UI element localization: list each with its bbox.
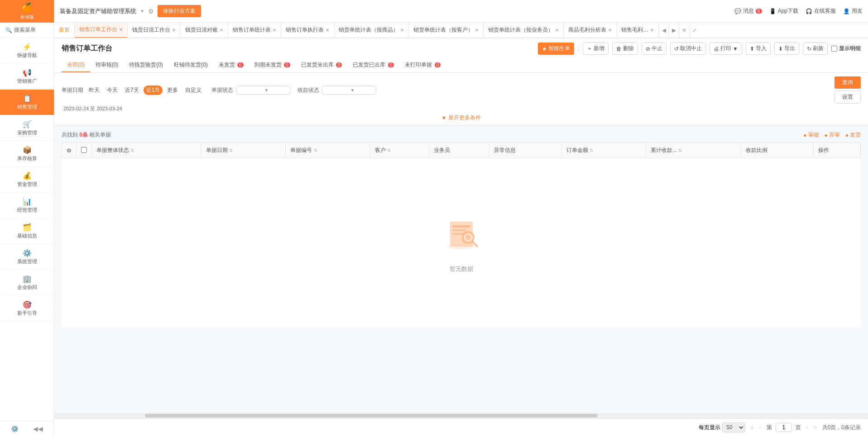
sort-icon[interactable]: ⇅ [678, 148, 682, 153]
date-opt-more[interactable]: 更多 [164, 85, 181, 95]
refresh-btn[interactable]: ↻ 刷新 [803, 43, 828, 55]
sidebar-item-operations[interactable]: 📊 经营管理 [0, 193, 54, 218]
tab-sales-stats[interactable]: 销售订单统计表 ✕ [228, 23, 281, 38]
online-service-item[interactable]: 🎧 在线客服 [806, 7, 836, 15]
show-detail-checkbox[interactable] [831, 46, 837, 52]
show-detail-label[interactable]: 显示明细 [831, 45, 861, 52]
tab-close-icon[interactable]: ✕ [220, 28, 223, 33]
sidebar-item-basic[interactable]: 🗂️ 基础信息 [0, 218, 54, 244]
stop-btn[interactable]: ⊘ 中止 [642, 43, 667, 55]
expand-more-btn[interactable]: ▼ 展开更多条件 [62, 114, 861, 122]
tab-home[interactable]: 首页 [54, 23, 75, 38]
tab-close-icon[interactable]: ✕ [119, 27, 123, 32]
next-page-btn[interactable]: › [805, 423, 810, 431]
ship-action-btn[interactable]: ● 发货 [845, 131, 861, 139]
sort-icon[interactable]: ⇅ [590, 148, 593, 153]
subtab-unprinted[interactable]: 未打印单据 0 [399, 58, 446, 72]
sort-icon[interactable]: ⇅ [314, 148, 317, 153]
sidebar-item-marketing[interactable]: 📢 营销推广 [0, 64, 54, 90]
date-opt-custom[interactable]: 自定义 [182, 85, 204, 95]
sort-icon[interactable]: ⇅ [229, 148, 233, 153]
subtab-wangpu-ship[interactable]: 旺铺待发货(0) [168, 58, 213, 72]
first-page-btn[interactable]: « [749, 423, 756, 431]
smart-btn[interactable]: ★ 智能生单 [538, 43, 574, 55]
tab-reconciliation[interactable]: 钱货日清对账 ✕ [181, 23, 228, 38]
tab-prev-btn[interactable]: ◀ [659, 23, 669, 38]
tab-profit-analysis[interactable]: 商品毛利分析表 ✕ [564, 23, 617, 38]
tab-goods-stats-product[interactable]: 销货单统计表（按商品） ✕ [334, 23, 409, 38]
scroll-thumb[interactable] [145, 414, 598, 417]
tab-goods-stats-staff[interactable]: 销货单统计表（按业务员） ✕ [484, 23, 564, 38]
tab-sales-profit[interactable]: 销售毛利… ✕ [617, 23, 659, 38]
experience-btn[interactable]: 体验行业方案 [158, 5, 201, 17]
sort-icon[interactable]: ⇅ [130, 148, 134, 153]
status-select[interactable]: ▼ [236, 86, 290, 95]
date-opt-7days[interactable]: 近7天 [122, 85, 142, 95]
tab-next-btn[interactable]: ▶ [669, 23, 679, 38]
print-btn[interactable]: 🖨 打印 ▼ [710, 43, 742, 55]
tab-close-icon[interactable]: ✕ [400, 28, 404, 33]
tab-close-icon[interactable]: ✕ [650, 28, 654, 33]
import-btn[interactable]: ⬆ 导入 [746, 43, 771, 55]
date-opt-today[interactable]: 今天 [104, 85, 120, 95]
message-item[interactable]: 💬 消息 6 [734, 7, 762, 15]
add-btn[interactable]: ＋ 新增 [583, 43, 609, 55]
query-btn[interactable]: 查询 [834, 76, 861, 89]
subtab-overdue-ship[interactable]: 到期未发货 0 [249, 58, 296, 72]
tab-close-icon[interactable]: ✕ [555, 28, 559, 33]
date-opt-yesterday[interactable]: 昨天 [86, 85, 102, 95]
select-all-checkbox[interactable] [81, 147, 87, 153]
export-btn[interactable]: ⬇ 导出 [774, 43, 799, 55]
cancel-stop-btn[interactable]: ↺ 取消中止 [670, 43, 706, 55]
content-header: 销售订单工作台 ★ 智能生单 | ＋ 新增 🗑 删除 [54, 38, 868, 73]
sidebar-item-enterprise[interactable]: 🏢 企业协同 [0, 270, 54, 296]
tab-close-all-btn[interactable]: ✕ [679, 23, 689, 38]
tab-expand-btn[interactable]: ⤢ [689, 23, 700, 38]
subtab-all[interactable]: 全部(0) [62, 58, 90, 72]
tab-sales-order[interactable]: 销售订单工作台 ✕ [75, 23, 128, 38]
user-item[interactable]: 👤 用友 [843, 7, 863, 15]
settings-col-header[interactable]: ⚙ [62, 143, 77, 158]
tab-goods-stats-customer[interactable]: 销货单统计表（按客户） ✕ [409, 23, 484, 38]
reject-action-btn[interactable]: ● 弃审 [825, 131, 840, 139]
sidebar-item-system[interactable]: ⚙️ 系统管理 [0, 244, 54, 270]
payment-select[interactable]: ▼ [322, 86, 376, 95]
subtab-shipped-not-out[interactable]: 已发货未出库 0 [296, 58, 348, 72]
tab-close-icon[interactable]: ✕ [475, 28, 479, 33]
subtab-pending-audit[interactable]: 待审核(0) [90, 58, 124, 72]
topbar-dropdown-arrow[interactable]: ▼ [140, 9, 144, 14]
subtab-unshipped[interactable]: 未发货 0 [213, 58, 249, 72]
tab-daily-clear[interactable]: 钱货日清工作台 ✕ [128, 23, 181, 38]
topbar-settings-icon[interactable]: ⚙ [148, 8, 154, 15]
last-page-btn[interactable]: » [812, 423, 819, 431]
delete-btn[interactable]: 🗑 删除 [612, 43, 638, 55]
sidebar-item-inventory[interactable]: 📦 库存核算 [0, 141, 54, 167]
page-input[interactable] [776, 423, 792, 432]
sidebar-item-sales[interactable]: 📋 销售管理 [0, 90, 54, 115]
sort-icon[interactable]: ⇅ [387, 148, 391, 153]
col-date-label: 单据日期 [206, 147, 228, 153]
tab-close-icon[interactable]: ✕ [273, 28, 276, 33]
tab-sales-execute[interactable]: 销售订单执行表 ✕ [281, 23, 334, 38]
tab-close-icon[interactable]: ✕ [608, 28, 612, 33]
horizontal-scrollbar[interactable] [54, 413, 868, 418]
date-opt-1month[interactable]: 近1月 [144, 85, 163, 95]
set-btn[interactable]: 设置 [834, 90, 861, 104]
collapse-icon[interactable]: ◀◀ [33, 425, 43, 432]
payment-filter-label: 收款状态 [297, 86, 319, 94]
audit-action-btn[interactable]: ● 审核 [803, 131, 819, 139]
settings-icon[interactable]: ⚙️ [11, 425, 19, 432]
subtab-pending-pick[interactable]: 待拣货验货(0) [124, 58, 168, 72]
sidebar-item-purchase[interactable]: 🛒 采购管理 [0, 115, 54, 141]
prev-page-btn[interactable]: ‹ [758, 423, 763, 431]
tab-close-icon[interactable]: ✕ [326, 28, 329, 33]
checkbox-col-header[interactable] [77, 143, 92, 158]
sidebar-item-quick-nav[interactable]: ⚡ 快捷导航 [0, 38, 54, 64]
app-download-item[interactable]: 📱 App下载 [769, 7, 798, 15]
page-size-dropdown[interactable]: 10 20 50 100 [722, 422, 745, 432]
sidebar-item-newbie[interactable]: 🎯 新手引导 [0, 296, 54, 322]
subtab-shipped-out[interactable]: 已发货已出库 0 [347, 58, 399, 72]
tab-close-icon[interactable]: ✕ [172, 28, 176, 33]
sidebar-item-finance[interactable]: 💰 资金管理 [0, 167, 54, 193]
sidebar-search[interactable]: 🔍 搜索菜单 [0, 23, 54, 38]
